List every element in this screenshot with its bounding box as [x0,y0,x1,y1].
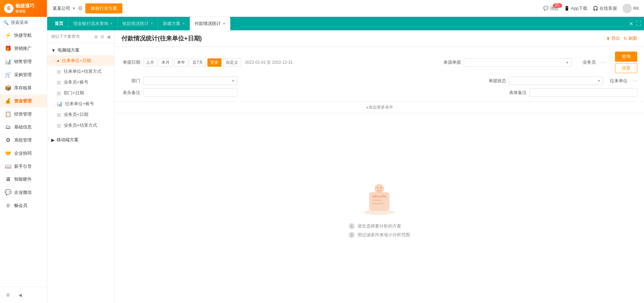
scheme-staff-account[interactable]: ▦ 业务员+账号 [47,77,114,88]
sidebar-item-member[interactable]: ♕ 畅会员 [0,199,47,212]
scheme-staff-settle[interactable]: ▦ 业务员+结算方式 [47,120,114,131]
header-note-label: 表头备注 [121,90,140,96]
sidebar-item-label: 企业协同 [14,150,32,156]
export-icon: ⬆ [606,36,610,41]
tab-new-scheme-close[interactable]: × [182,21,185,26]
doc-status-select[interactable]: ▾ [509,77,603,85]
desktop-scheme-group: ▼ 电脑端方案 ● 往来单位+日期 ▦ 往来单位+结算方式 ▦ 业务员+账号 ▦ [47,43,114,133]
tab-payment-stats[interactable]: 付款情况统计 × [190,17,230,30]
dept-select[interactable]: ▾ [143,77,237,85]
sidebar-item-operations[interactable]: 📋 经营管理 [0,108,47,121]
tab-home[interactable]: 首页 [50,17,68,30]
staff-select-dots[interactable]: ··· [601,59,606,65]
topbar: 某某公司 ▾ ⚙ 体验行业方案 💬 消息 99+ 📱 App下载 🎧 在线客服 … [47,0,644,17]
sidebar-item-basic-info[interactable]: 🗂 基础信息 [0,121,47,133]
tabbar-close-all-icon[interactable]: ✕ [629,21,633,27]
sidebar-item-label: 营销推广 [14,46,32,52]
body-note-label: 表体备注 [508,90,527,96]
search-menu[interactable]: 🔍 搜索菜单 [0,17,47,29]
filter-row-1: 单据日期 上月 本月 本年 近7天 更多 自定义 2022-01-01 至 20… [121,52,637,73]
scheme-dept-date[interactable]: ▦ 部门+日期 [47,88,114,98]
last-7-days-btn[interactable]: 近7天 [189,58,206,67]
staff-label: 业务员 [577,59,596,65]
scheme-dept-date-label: 部门+日期 [64,90,84,96]
partner-select-dots[interactable]: ··· [633,78,637,84]
trial-button[interactable]: 体验行业方案 [85,3,122,13]
refresh-button[interactable]: ↻ 刷新 [623,35,637,41]
online-service-button[interactable]: 🎧 在线客服 [593,5,617,11]
notification-icon: 💬 [543,6,549,11]
doc-status-label: 单据状态 [487,78,506,84]
enterprise-icon: 🤝 [5,150,11,156]
header-note-input[interactable] [143,88,237,97]
scheme-staff-date[interactable]: ▦ 业务员+日期 [47,109,114,120]
scheme-unit-settle[interactable]: ▦ 往来单位+结算方式 [47,66,114,77]
sidebar-item-inventory[interactable]: 📦 库存核算 [0,81,47,94]
tabbar-actions: ✕ ⛶ [629,21,641,27]
topbar-gear-icon[interactable]: ⚙ [78,5,83,11]
dept-filter-block: 部门 ▾ [121,77,482,85]
sidebar-item-wechat[interactable]: 💬 企业微信 [0,186,47,199]
sidebar-collapse-button[interactable]: ◀ [16,290,25,300]
marketing-icon: 🎁 [5,45,11,52]
inventory-icon: 📦 [5,85,11,91]
svg-point-6 [377,187,378,188]
user-menu[interactable]: Rit [622,4,639,13]
collapse-bar[interactable]: ∧ 收起更多条件 [115,102,644,113]
sidebar-item-sales[interactable]: 📊 销售管理 [0,55,47,68]
custom-date-btn[interactable]: 自定义 [223,58,241,67]
source-select[interactable]: ▾ [464,58,572,67]
sidebar-item-capital[interactable]: 💰 资金管理 [0,94,47,108]
sidebar-item-system[interactable]: ⚙ 系统管理 [0,133,47,147]
tab-receivables-close[interactable]: × [151,21,153,26]
tab-payment-stats-close[interactable]: × [223,21,225,26]
refresh-label: 刷新 [628,35,637,41]
more-date-btn[interactable]: 更多 [207,58,222,67]
tab-cash-flow-close[interactable]: × [110,21,113,26]
service-label: 在线客服 [599,5,617,11]
export-button[interactable]: ⬆ 导出 [606,35,620,41]
header-note-block: 表头备注 [121,88,502,97]
sidebar-item-enterprise[interactable]: 🤝 企业协同 [0,147,47,160]
settings-button[interactable]: 设置 [615,63,637,73]
scheme-settings-icon[interactable]: ⚙ [100,34,105,39]
query-button[interactable]: 查询 [615,52,637,62]
scheme-unit-settle-label: 往来单位+结算方式 [64,68,101,74]
panel-header: 按以下方案查询 ⊕ ⚙ ◀ [47,30,114,43]
sidebar-item-label: 畅会员 [14,203,27,209]
logo-sub: 标准版 [16,9,34,14]
company-dropdown-icon[interactable]: ▾ [73,6,75,11]
tabbar-expand-icon[interactable]: ⛶ [636,21,641,27]
sidebar-item-guide[interactable]: 📖 新手引导 [0,160,47,173]
mobile-group-title[interactable]: ▶ 移动端方案 [47,135,114,145]
this-year-btn[interactable]: 本年 [174,58,188,67]
sidebar-settings-button[interactable]: ⚙ [3,290,13,300]
sidebar-item-marketing[interactable]: 🎁 营销推广 [0,42,47,55]
last-month-btn[interactable]: 上月 [143,58,157,67]
scheme-collapse-icon[interactable]: ◀ [107,34,110,39]
app-label: App下载 [571,5,587,11]
company-name: 某某公司 [53,5,70,11]
scheme-unit-account[interactable]: 📊 往来单位+账号 [47,98,114,109]
sidebar-item-quick-nav[interactable]: ⚡ 快捷导航 [0,29,47,42]
body-note-input[interactable] [529,88,637,97]
collapse-label: 收起更多条件 [369,104,393,110]
export-label: 导出 [611,35,620,41]
this-month-btn[interactable]: 本月 [158,58,173,67]
app-download-button[interactable]: 📱 App下载 [564,5,587,11]
sidebar-item-purchase[interactable]: 🛒 采购管理 [0,68,47,81]
add-scheme-icon[interactable]: ⊕ [94,34,98,39]
partner-label: 往来单位 [609,78,627,84]
tab-receivables[interactable]: 收款情况统计 × [118,17,158,30]
desktop-group-title[interactable]: ▼ 电脑端方案 [47,45,114,55]
sidebar-item-hardware[interactable]: 🖥 智能硬件 [0,173,47,186]
scheme-unit-date[interactable]: ● 往来单位+日期 [47,55,114,66]
logo-text: 畅捷通巧 标准版 [16,3,34,14]
notification-button[interactable]: 💬 消息 99+ [543,5,559,11]
tab-new-scheme[interactable]: 新建方案 × [158,17,190,30]
panel-header-icons: ⊕ ⚙ ◀ [94,34,110,39]
topbar-left: 某某公司 ▾ ⚙ 体验行业方案 [53,3,539,13]
search-label: 搜索菜单 [11,20,28,26]
logo: 6 畅捷通巧 标准版 [0,0,47,17]
tab-cash-flow[interactable]: 现金银行流水查询 × [68,17,118,30]
